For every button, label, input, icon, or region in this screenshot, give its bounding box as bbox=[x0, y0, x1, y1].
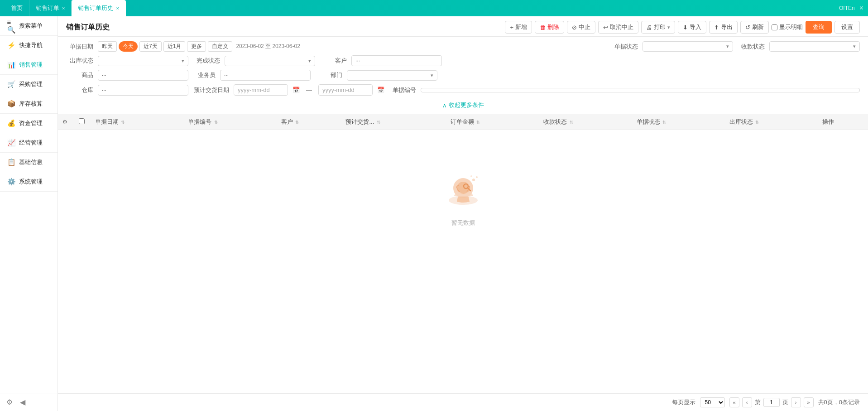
query-button[interactable]: 查询 bbox=[806, 21, 832, 34]
goods-label: 商品 bbox=[66, 71, 93, 79]
svg-point-6 bbox=[476, 176, 478, 178]
col-customer: 客户 ⇅ bbox=[277, 114, 341, 130]
sidebar-collapse-icon[interactable]: ◀ bbox=[20, 398, 25, 406]
payment-status-select[interactable]: ▾ bbox=[769, 41, 860, 52]
col-order-amount: 订单金额 ⇅ bbox=[446, 114, 539, 130]
purchase-mgmt-icon: 🛒 bbox=[7, 80, 15, 88]
sidebar-settings-icon[interactable]: ⚙ bbox=[6, 398, 13, 406]
close-sales-order-tab[interactable]: × bbox=[62, 5, 65, 11]
col-doc-no-sort[interactable]: ⇅ bbox=[214, 120, 218, 125]
col-order-amount-sort[interactable]: ⇅ bbox=[476, 120, 480, 125]
last-page-button[interactable]: » bbox=[804, 397, 814, 407]
page-suffix: 页 bbox=[782, 398, 788, 406]
tab-home-label: 首页 bbox=[11, 4, 23, 12]
complete-status-select[interactable]: ▾ bbox=[225, 56, 315, 66]
stop-button[interactable]: ⊘ 中止 bbox=[567, 21, 595, 34]
toolbar: + 新增 🗑 删除 ⊘ 中止 ↩ 取消中止 🖨 打印 bbox=[505, 21, 860, 34]
date-1month[interactable]: 近1月 bbox=[163, 41, 186, 52]
basic-info-icon: 📋 bbox=[7, 158, 15, 166]
goods-select[interactable]: ··· bbox=[98, 70, 188, 81]
doc-status-select[interactable]: ▾ bbox=[643, 41, 733, 52]
sidebar-item-operations[interactable]: 📈 经营管理 bbox=[0, 133, 58, 153]
sidebar-item-purchase-mgmt[interactable]: 🛒 采购管理 bbox=[0, 75, 58, 94]
sidebar-item-inventory[interactable]: 📦 库存核算 bbox=[0, 94, 58, 114]
collapse-label: 收起更多条件 bbox=[449, 101, 484, 109]
col-doc-date-sort[interactable]: ⇅ bbox=[121, 120, 125, 125]
page-label: 第 bbox=[755, 398, 761, 406]
col-payment-status-sort[interactable]: ⇅ bbox=[570, 120, 573, 125]
col-payment-status-label: 收款状态 bbox=[543, 118, 567, 125]
payment-label: 收款状态 bbox=[738, 43, 765, 51]
select-all-checkbox[interactable] bbox=[79, 118, 85, 124]
first-page-button[interactable]: « bbox=[729, 397, 739, 407]
display-detail-checkbox[interactable] bbox=[772, 24, 777, 30]
delivery-status-chevron: ▾ bbox=[182, 58, 184, 64]
import-icon: ⬇ bbox=[683, 24, 688, 31]
col-doc-status-sort[interactable]: ⇅ bbox=[662, 120, 666, 125]
col-delivery-status-sort[interactable]: ⇅ bbox=[755, 120, 759, 125]
expected-date-start-placeholder: yyyy-mm-dd bbox=[238, 87, 270, 93]
export-button[interactable]: ⬆ 导出 bbox=[709, 21, 738, 34]
calendar-end-icon[interactable]: 📅 bbox=[377, 87, 384, 93]
new-button[interactable]: + 新增 bbox=[505, 21, 532, 34]
sidebar-item-sys-mgmt[interactable]: ⚙️ 系统管理 bbox=[0, 172, 58, 192]
setting-button[interactable]: 设置 bbox=[834, 21, 860, 34]
sidebar-item-basic-info[interactable]: 📋 基础信息 bbox=[0, 153, 58, 172]
topbar-close-icon[interactable]: × bbox=[859, 4, 863, 12]
print-label: 打印 bbox=[654, 23, 666, 31]
tab-sales-order-history[interactable]: 销售订单历史 × bbox=[72, 0, 125, 16]
collapse-button[interactable]: ∧ 收起更多条件 bbox=[442, 101, 484, 109]
page-input[interactable] bbox=[763, 398, 780, 407]
sidebar-item-sales-mgmt[interactable]: 📊 销售管理 bbox=[0, 55, 58, 75]
cancel-stop-button[interactable]: ↩ 取消中止 bbox=[598, 21, 638, 34]
page-header: 销售订单历史 + 新增 🗑 删除 ⊘ 中止 ↩ 取消中止 bbox=[58, 16, 868, 37]
date-more[interactable]: 更多 bbox=[187, 41, 206, 52]
col-expected-delivery-sort[interactable]: ⇅ bbox=[377, 120, 380, 125]
date-separator: — bbox=[304, 87, 314, 93]
sidebar-item-search-menu[interactable]: ≡🔍 搜索菜单 bbox=[0, 16, 58, 36]
sidebar-item-capital-mgmt[interactable]: 💰 资金管理 bbox=[0, 114, 58, 133]
print-button[interactable]: 🖨 打印 ▾ bbox=[641, 21, 675, 34]
col-checkbox[interactable] bbox=[74, 114, 91, 130]
col-settings[interactable]: ⚙ bbox=[58, 114, 74, 130]
expected-date-end[interactable]: yyyy-mm-dd bbox=[318, 84, 373, 96]
svg-point-5 bbox=[472, 179, 475, 181]
warehouse-select[interactable]: ··· bbox=[98, 85, 188, 96]
capital-mgmt-icon: 💰 bbox=[7, 119, 15, 127]
calendar-start-icon[interactable]: 📅 bbox=[293, 87, 300, 93]
tab-sales-order-label: 销售订单 bbox=[36, 4, 59, 12]
next-page-button[interactable]: › bbox=[791, 397, 801, 407]
import-button[interactable]: ⬇ 导入 bbox=[678, 21, 706, 34]
tab-sales-order[interactable]: 销售订单 × bbox=[29, 0, 72, 16]
close-sales-order-history-tab[interactable]: × bbox=[116, 5, 119, 11]
payment-status-chevron: ▾ bbox=[853, 44, 856, 49]
delivery-label: 出库状态 bbox=[66, 57, 93, 65]
per-page-label: 每页显示 bbox=[672, 398, 695, 406]
doc-no-input[interactable] bbox=[421, 88, 860, 92]
prev-page-button[interactable]: ‹ bbox=[742, 397, 752, 407]
dept-select[interactable]: ▾ bbox=[347, 70, 437, 81]
per-page-select[interactable]: 10 20 50 100 bbox=[700, 397, 725, 407]
filter-row-4: 仓库 ··· 预计交货日期 yyyy-mm-dd 📅 — yyyy-mm-dd … bbox=[66, 84, 860, 96]
customer-select[interactable]: ··· bbox=[351, 55, 442, 66]
delivery-status-select[interactable]: ▾ bbox=[98, 56, 188, 66]
empty-state-cell: 暂无数据 bbox=[58, 130, 868, 264]
delete-button[interactable]: 🗑 删除 bbox=[535, 21, 564, 34]
refresh-button[interactable]: ↺ 刷新 bbox=[740, 21, 769, 34]
tab-home[interactable]: 首页 bbox=[5, 0, 29, 16]
stop-icon: ⊘ bbox=[572, 24, 577, 31]
filter-row-1: 单据日期 昨天 今天 近7天 近1月 更多 自定义 2023-06-02 至 2… bbox=[66, 41, 860, 52]
salesman-select[interactable]: ··· bbox=[220, 70, 311, 81]
sidebar-item-quick-nav[interactable]: ⚡ 快捷导航 bbox=[0, 36, 58, 55]
expected-date-start[interactable]: yyyy-mm-dd bbox=[234, 84, 288, 96]
dept-label: 部门 bbox=[315, 71, 342, 79]
date-today[interactable]: 今天 bbox=[119, 41, 138, 52]
col-doc-date: 单据日期 ⇅ bbox=[91, 114, 183, 130]
empty-text: 暂无数据 bbox=[451, 219, 475, 227]
col-customer-sort[interactable]: ⇅ bbox=[295, 120, 299, 125]
date-custom[interactable]: 自定义 bbox=[208, 41, 232, 52]
date-yesterday[interactable]: 昨天 bbox=[98, 41, 117, 52]
svg-point-7 bbox=[470, 175, 472, 177]
top-bar-right: OfTEn × bbox=[839, 4, 863, 12]
date-7days[interactable]: 近7天 bbox=[139, 41, 162, 52]
